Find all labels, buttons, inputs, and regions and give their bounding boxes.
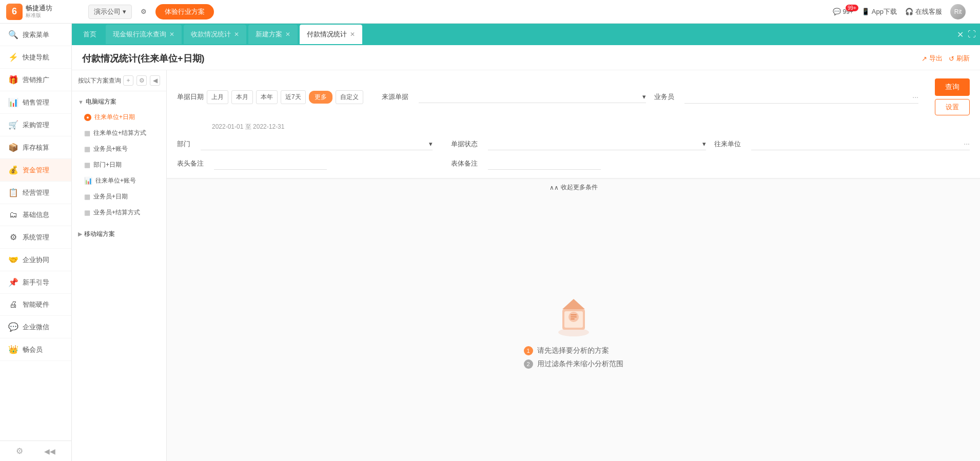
sidebar-item-capital[interactable]: 💰 资金管理 <box>0 159 71 182</box>
unit-dots-btn[interactable]: ··· <box>964 139 970 148</box>
scheme-item-staff-settle-label: 业务员+结算方式 <box>93 208 140 217</box>
scheme-item-staff-account-label: 业务员+账号 <box>93 145 128 153</box>
scheme-panel-actions: + ⚙ ◀ <box>123 75 160 86</box>
sidebar-item-inventory[interactable]: 📦 库存核算 <box>0 136 71 159</box>
tip-num-1: 1 <box>524 346 533 355</box>
inventory-icon: 📦 <box>8 143 18 152</box>
scheme-item-unit-account[interactable]: 📊 往来单位+账号 <box>72 173 166 189</box>
status-select[interactable]: ▾ <box>488 138 707 150</box>
tab-close-all-icon[interactable]: ✕ <box>957 30 964 39</box>
message-icon: 💬 <box>833 8 841 15</box>
sidebar-label-quick-nav: 快捷导航 <box>23 53 49 62</box>
svg-rect-6 <box>571 316 577 317</box>
sidebar-label-basic-info: 基础信息 <box>23 210 49 219</box>
sidebar-label-hardware: 智能硬件 <box>23 300 49 309</box>
query-button[interactable]: 查询 <box>935 78 970 96</box>
export-button[interactable]: ↗ 导出 <box>922 54 943 63</box>
sidebar-settings-icon[interactable]: ⚙ <box>16 446 23 456</box>
search-icon: 🔍 <box>8 30 18 39</box>
page-header: 付款情况统计(往来单位+日期) ↗ 导出 ↺ 刷新 <box>72 45 980 70</box>
sidebar-item-guide[interactable]: 📌 新手引导 <box>0 271 71 294</box>
sidebar-item-enterprise[interactable]: 🤝 企业协同 <box>0 249 71 271</box>
sidebar-item-management[interactable]: 📋 经营管理 <box>0 182 71 204</box>
tab-expand-icon[interactable]: ⛶ <box>968 30 976 39</box>
basic-info-icon: 🗂 <box>8 210 18 219</box>
status-chevron-icon: ▾ <box>702 140 706 148</box>
filter-settings-button[interactable]: 设置 <box>935 99 970 115</box>
tab-home[interactable]: 首页 <box>76 25 104 44</box>
refresh-button[interactable]: ↺ 刷新 <box>949 54 970 63</box>
scheme-item-unit-settle-label: 往来单位+结算方式 <box>93 129 146 137</box>
filter-status-col: 单据状态 ▾ <box>451 138 707 150</box>
sidebar-item-wechat[interactable]: 💬 企业微信 <box>0 316 71 338</box>
body-note-input[interactable] <box>488 157 601 170</box>
trial-button[interactable]: 体验行业方案 <box>155 4 214 19</box>
settings-button[interactable]: ⚙ <box>136 4 151 19</box>
dept-select[interactable]: ▾ <box>201 138 433 150</box>
scheme-item-unit-settle[interactable]: ▦ 往来单位+结算方式 <box>72 125 166 141</box>
sidebar-label-inventory: 库存核算 <box>23 143 49 152</box>
online-service-button[interactable]: 🎧 在线客服 <box>905 7 942 16</box>
add-scheme-btn[interactable]: + <box>123 75 133 86</box>
date-btn-last-7-days[interactable]: 近7天 <box>281 90 306 104</box>
refresh-icon: ↺ <box>949 55 954 63</box>
filter-staff-col: 业务员 ··· <box>654 91 918 104</box>
empty-state-illustration <box>548 289 599 340</box>
scheme-item-staff-settle[interactable]: ▦ 业务员+结算方式 <box>72 205 166 221</box>
header-note-input[interactable] <box>214 157 327 170</box>
notifications-button[interactable]: 💬 99+ 99+ <box>833 8 853 15</box>
header-middle: 演示公司 ▾ ⚙ 体验行业方案 <box>78 4 833 19</box>
tab-new-scheme[interactable]: 新建方案 ✕ <box>248 25 298 44</box>
sales-icon: 📊 <box>8 97 18 107</box>
sidebar-item-member[interactable]: 👑 畅会员 <box>0 338 71 361</box>
scheme-item-dept-date[interactable]: ▦ 部门+日期 <box>72 157 166 173</box>
tab-bank[interactable]: 现金银行流水查询 ✕ <box>106 25 182 44</box>
tab-receipt-close[interactable]: ✕ <box>234 31 239 38</box>
sidebar-label-guide: 新手引导 <box>23 278 49 287</box>
tab-receipt[interactable]: 收款情况统计 ✕ <box>184 25 246 44</box>
sidebar-search[interactable]: 🔍 搜索菜单 <box>0 24 71 46</box>
collapse-scheme-btn[interactable]: ◀ <box>150 75 160 86</box>
filter-source-col: 来源单据 ▾ <box>382 91 646 103</box>
tab-payment-close[interactable]: ✕ <box>350 31 355 38</box>
filter-date-col: 单据日期 上月 本月 本年 近7天 更多 自定义 <box>177 90 363 104</box>
scheme-item-unit-date-label: 往来单位+日期 <box>94 113 135 122</box>
scheme-item-unit-date[interactable]: ● 往来单位+日期 <box>72 109 166 125</box>
logo-sub: 标准版 <box>26 12 52 19</box>
tab-home-label: 首页 <box>83 30 96 39</box>
user-avatar[interactable]: Rit <box>950 4 966 19</box>
app-download-button[interactable]: 📱 App下载 <box>861 7 897 16</box>
date-range-display: 2022-01-01 至 2022-12-31 <box>210 123 970 131</box>
sidebar-item-quick-nav[interactable]: ⚡ 快捷导航 <box>0 46 71 69</box>
company-selector[interactable]: 演示公司 ▾ <box>88 5 132 19</box>
mobile-scheme-title[interactable]: ▶ 移动端方案 <box>72 227 166 242</box>
sidebar-item-basic-info[interactable]: 🗂 基础信息 <box>0 204 71 226</box>
tab-bar: 首页 现金银行流水查询 ✕ 收款情况统计 ✕ 新建方案 ✕ 付款情况统计 ✕ ✕… <box>72 24 980 45</box>
tab-bank-close[interactable]: ✕ <box>169 31 174 38</box>
staff-label: 业务员 <box>654 92 674 102</box>
scheme-settings-btn[interactable]: ⚙ <box>136 75 147 86</box>
date-btn-this-month[interactable]: 本月 <box>231 90 253 104</box>
date-btn-custom[interactable]: 自定义 <box>336 90 363 104</box>
scheme-item-staff-account[interactable]: ▦ 业务员+账号 <box>72 141 166 157</box>
sidebar-item-marketing[interactable]: 🎁 营销推广 <box>0 69 71 91</box>
staff-dots-btn[interactable]: ··· <box>912 93 918 101</box>
source-select[interactable]: ▾ <box>419 91 646 103</box>
mobile-expand-icon: ▶ <box>78 231 82 237</box>
sidebar-item-hardware[interactable]: 🖨 智能硬件 <box>0 294 71 316</box>
sidebar-item-sales[interactable]: 📊 销售管理 <box>0 91 71 114</box>
header-note-label: 表头备注 <box>177 159 204 168</box>
date-btn-this-year[interactable]: 本年 <box>256 90 278 104</box>
sidebar-collapse-icon[interactable]: ◀◀ <box>44 447 55 455</box>
filter-body-note-col: 表体备注 <box>451 157 707 170</box>
date-btn-last-month[interactable]: 上月 <box>207 90 228 104</box>
date-btn-more[interactable]: 更多 <box>309 91 332 104</box>
tab-payment[interactable]: 付款情况统计 ✕ <box>300 25 362 44</box>
svg-marker-3 <box>562 299 585 309</box>
sidebar-item-purchase[interactable]: 🛒 采购管理 <box>0 114 71 136</box>
pc-scheme-title[interactable]: ▼ 电脑端方案 <box>72 94 166 109</box>
tab-new-scheme-close[interactable]: ✕ <box>285 31 290 38</box>
sidebar-item-system[interactable]: ⚙ 系统管理 <box>0 226 71 249</box>
scheme-item-staff-date[interactable]: ▦ 业务员+日期 <box>72 189 166 205</box>
collapse-conditions-button[interactable]: ∧∧ 收起更多条件 <box>167 178 980 196</box>
